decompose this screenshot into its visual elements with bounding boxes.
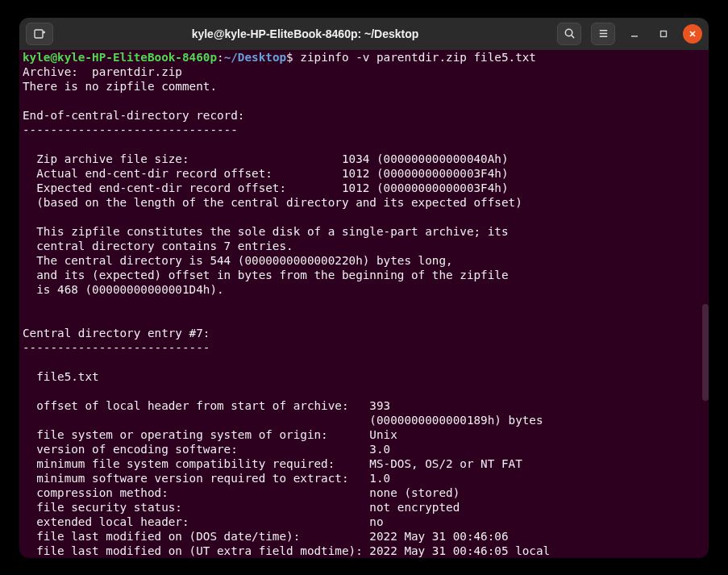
prompt-command: zipinfo -v parentdir.zip file5.txt: [293, 51, 536, 64]
minimize-button[interactable]: [625, 24, 644, 44]
scrollbar-thumb[interactable]: [702, 304, 709, 401]
terminal-body[interactable]: kyle@kyle-HP-EliteBook-8460p:~/Desktop$ …: [19, 50, 709, 558]
hamburger-icon: [597, 27, 609, 40]
svg-rect-9: [661, 31, 667, 36]
output-line: extended local header: no: [23, 515, 384, 528]
output-line: offset of local header from start of arc…: [23, 399, 390, 412]
output-line: Actual end-cent-dir record offset: 1012 …: [23, 167, 509, 180]
terminal-window: kyle@kyle-HP-EliteBook-8460p: ~/Desktop: [19, 18, 709, 558]
output-line: file5.txt: [23, 370, 99, 383]
output-line: and its (expected) offset in bytes from …: [23, 269, 509, 281]
new-tab-button[interactable]: [26, 23, 53, 45]
output-line: minimum software version required to ext…: [23, 472, 390, 485]
output-line: The central directory is 544 (0000000000…: [23, 254, 453, 267]
output-line: central directory contains 7 entries.: [23, 240, 293, 252]
output-line: Zip archive file size: 1034 (00000000000…: [23, 152, 509, 165]
close-button[interactable]: [683, 24, 702, 44]
output-line: is 468 (00000000000001D4h).: [23, 283, 224, 296]
prompt-path: ~/Desktop: [224, 51, 286, 64]
output-line: file last modified on (DOS date/time): 2…: [23, 530, 509, 543]
output-line: ---------------------------: [23, 341, 210, 354]
window-title: kyle@kyle-HP-EliteBook-8460p: ~/Desktop: [60, 27, 551, 40]
output-line: minimum file system compatibility requir…: [23, 457, 522, 470]
output-line: file security status: not encrypted: [23, 501, 460, 514]
output-line: (based on the length of the central dire…: [23, 196, 522, 209]
svg-line-4: [571, 35, 573, 38]
output-line: Central directory entry #7:: [23, 327, 210, 340]
output-line: version of encoding software: 3.0: [23, 443, 390, 456]
titlebar: kyle@kyle-HP-EliteBook-8460p: ~/Desktop: [19, 18, 709, 50]
output-line: This zipfile constitutes the sole disk o…: [23, 225, 509, 238]
output-line: -------------------------------: [23, 123, 238, 136]
minimize-icon: [630, 30, 639, 38]
prompt-user-host: kyle@kyle-HP-EliteBook-8460p: [23, 51, 217, 64]
output-line: End-of-central-directory record:: [23, 109, 244, 122]
output-line: compression method: none (stored): [23, 486, 460, 499]
svg-rect-0: [35, 30, 43, 38]
maximize-icon: [659, 30, 668, 38]
output-line: Expected end-cent-dir record offset: 101…: [23, 181, 509, 194]
new-tab-icon: [33, 27, 46, 40]
svg-point-3: [565, 29, 572, 35]
search-icon: [564, 27, 576, 40]
output-line: Archive: parentdir.zip: [23, 65, 182, 78]
close-icon: [688, 30, 697, 38]
maximize-button[interactable]: [654, 24, 673, 44]
menu-button[interactable]: [591, 23, 615, 45]
prompt-dollar: $: [286, 51, 293, 64]
search-button[interactable]: [557, 23, 581, 45]
output-line: There is no zipfile comment.: [23, 80, 217, 93]
output-line: file last modified on (UT extra field mo…: [23, 544, 550, 557]
titlebar-controls: [557, 23, 702, 45]
prompt-sep: :: [217, 51, 224, 64]
output-line: file system or operating system of origi…: [23, 428, 397, 441]
output-line: (0000000000000189h) bytes: [23, 414, 543, 427]
